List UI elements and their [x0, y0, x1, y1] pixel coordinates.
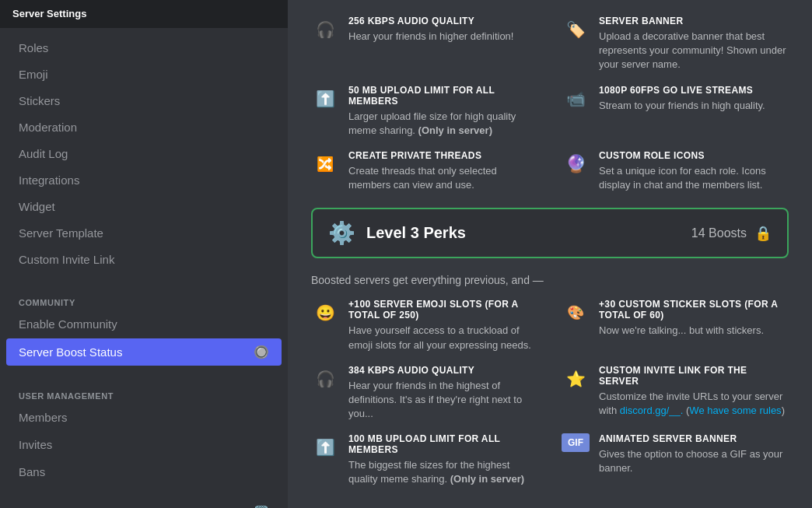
perk-desc: Hear your friends in the highest of defi… — [348, 379, 538, 422]
perk-desc: Upload a decorative banner that best rep… — [599, 30, 789, 72]
perk-desc: Set a unique icon for each role. Icons d… — [599, 164, 789, 192]
level-title: Level 3 Perks — [366, 224, 466, 242]
perk-title: 384 KBPS AUDIO QUALITY — [348, 365, 538, 376]
lock-icon: 🔒 — [754, 225, 772, 242]
user-management-section-label: USER MANAGEMENT — [0, 379, 288, 404]
sidebar-item-label: Server Boost Status — [19, 345, 122, 359]
sidebar: Server Settings Roles Emoji Stickers Mod… — [0, 0, 288, 508]
boost-count: 14 Boosts — [691, 226, 747, 240]
boost-status-icon: 🔘 — [254, 345, 269, 359]
perk-title: +30 CUSTOM STICKER SLOTS (FOR A TOTAL OF… — [599, 299, 789, 321]
perk-emoji-slots: 😀 +100 SERVER EMOJI SLOTS (FOR A TOTAL O… — [311, 299, 538, 352]
sidebar-item-moderation[interactable]: Moderation — [6, 114, 282, 140]
perk-upload-limit: ⬆️ 50 MB UPLOAD LIMIT FOR ALL MEMBERS La… — [311, 85, 538, 138]
emoji-icon: 😀 — [311, 299, 339, 327]
perk-go-live: 📹 1080P 60FPS GO LIVE STREAMS Stream to … — [562, 85, 789, 138]
sidebar-item-label: Enable Community — [19, 317, 117, 331]
perk-title: +100 SERVER EMOJI SLOTS (FOR A TOTAL OF … — [348, 299, 538, 321]
sidebar-item-label: Moderation — [19, 121, 77, 134]
perk-desc: Stream to your friends in high quality. — [599, 99, 765, 113]
sidebar-item-integrations[interactable]: Integrations — [6, 167, 282, 193]
main-content: 🎧 256 KBPS AUDIO QUALITY Hear your frien… — [288, 0, 812, 508]
sidebar-item-invites[interactable]: Invites — [6, 432, 282, 457]
upload-icon: ⬆️ — [311, 85, 339, 113]
sidebar-item-label: Custom Invite Link — [19, 253, 114, 266]
sidebar-item-label: Roles — [19, 41, 48, 54]
top-perks-grid: 🎧 256 KBPS AUDIO QUALITY Hear your frien… — [311, 16, 789, 192]
perk-audio-quality: 🎧 256 KBPS AUDIO QUALITY Hear your frien… — [311, 16, 538, 72]
perk-title: CUSTOM INVITE LINK FOR THE SERVER — [599, 365, 789, 387]
trash-icon: 🗑️ — [254, 505, 269, 508]
perk-private-threads: 🔀 CREATE PRIVATE THREADS Create threads … — [311, 150, 538, 192]
boosted-perks-grid: 😀 +100 SERVER EMOJI SLOTS (FOR A TOTAL O… — [311, 299, 789, 486]
perk-title: CREATE PRIVATE THREADS — [348, 150, 538, 161]
only-in-server-note2: (Only in server) — [450, 473, 524, 485]
headphone2-icon: 🎧 — [311, 365, 339, 393]
only-in-server-note: (Only in server) — [418, 124, 492, 136]
perk-desc: Customize the invite URLs to your server… — [599, 390, 789, 418]
level-icon: ⚙️ — [328, 220, 355, 246]
perk-desc: Gives the option to choose a GIF as your… — [599, 447, 789, 475]
perk-title: CUSTOM ROLE ICONS — [599, 150, 789, 161]
perk-title: 100 MB UPLOAD LIMIT FOR ALL MEMBERS — [348, 433, 538, 455]
upload2-icon: ⬆️ — [311, 433, 339, 461]
star-icon: ⭐ — [562, 365, 590, 393]
sidebar-item-label: Members — [19, 411, 68, 424]
sidebar-item-server-boost-status[interactable]: Server Boost Status 🔘 — [6, 338, 282, 366]
gif-icon: GIF — [562, 433, 590, 452]
boosted-intro: Boosted servers get everything previous,… — [311, 274, 789, 286]
perk-desc: Create threads that only selected member… — [348, 164, 538, 192]
perk-server-banner: 🏷️ SERVER BANNER Upload a decorative ban… — [562, 16, 789, 72]
perk-title: ANIMATED SERVER BANNER — [599, 433, 789, 444]
sidebar-item-label: Widget — [19, 200, 55, 213]
perk-title: SERVER BANNER — [599, 16, 789, 26]
video-icon: 📹 — [562, 85, 590, 113]
sidebar-item-bans[interactable]: Bans — [6, 459, 282, 485]
sidebar-item-widget[interactable]: Widget — [6, 194, 282, 219]
headphone-icon: 🎧 — [311, 16, 339, 44]
perk-animated-banner: GIF ANIMATED SERVER BANNER Gives the opt… — [562, 433, 789, 486]
perk-desc: Now we're talking... but with stickers. — [599, 324, 789, 338]
sidebar-item-delete-server[interactable]: Delete Server 🗑️ — [6, 499, 282, 508]
role-icons-icon: 🔮 — [562, 150, 590, 178]
perk-desc: Have yourself access to a truckload of e… — [348, 324, 538, 352]
sidebar-item-audit-log[interactable]: Audit Log — [6, 141, 282, 166]
sidebar-item-label: Invites — [19, 438, 52, 451]
sidebar-item-label: Integrations — [19, 173, 79, 187]
sidebar-item-server-template[interactable]: Server Template — [6, 220, 282, 246]
discord-link[interactable]: discord.gg/__. — [620, 405, 684, 416]
sidebar-item-emoji[interactable]: Emoji — [6, 61, 282, 87]
sticker-icon: 🎨 — [562, 299, 590, 327]
perk-100mb-upload: ⬆️ 100 MB UPLOAD LIMIT FOR ALL MEMBERS T… — [311, 433, 538, 486]
sidebar-item-label: Emoji — [19, 68, 48, 81]
banner-icon: 🏷️ — [562, 16, 590, 44]
level-3-perks-box: ⚙️ Level 3 Perks 14 Boosts 🔒 — [311, 208, 789, 258]
perk-title: 1080P 60FPS GO LIVE STREAMS — [599, 85, 765, 96]
sidebar-item-stickers[interactable]: Stickers — [6, 88, 282, 114]
perk-desc: Hear your friends in higher definition! — [348, 30, 513, 44]
sidebar-item-label: Stickers — [19, 94, 60, 107]
sidebar-item-enable-community[interactable]: Enable Community — [6, 311, 282, 337]
sidebar-item-label: Audit Log — [19, 147, 68, 160]
perk-sticker-slots: 🎨 +30 CUSTOM STICKER SLOTS (FOR A TOTAL … — [562, 299, 789, 352]
rules-link[interactable]: We have some rules — [689, 405, 781, 416]
sidebar-item-label: Server Template — [19, 226, 103, 240]
perk-title: 50 MB UPLOAD LIMIT FOR ALL MEMBERS — [348, 85, 538, 107]
perk-custom-role-icons: 🔮 CUSTOM ROLE ICONS Set a unique icon fo… — [562, 150, 789, 192]
sidebar-item-label: Bans — [19, 465, 45, 478]
perk-custom-invite: ⭐ CUSTOM INVITE LINK FOR THE SERVER Cust… — [562, 365, 789, 422]
perk-title: 256 KBPS AUDIO QUALITY — [348, 16, 513, 26]
perk-384-audio: 🎧 384 KBPS AUDIO QUALITY Hear your frien… — [311, 365, 538, 422]
threads-icon: 🔀 — [311, 150, 339, 178]
sidebar-item-roles[interactable]: Roles — [6, 35, 282, 61]
sidebar-item-members[interactable]: Members — [6, 405, 282, 430]
sidebar-item-custom-invite-link[interactable]: Custom Invite Link — [6, 247, 282, 272]
sidebar-header: Server Settings — [0, 0, 288, 28]
perk-desc: Larger upload file size for high quality… — [348, 110, 538, 138]
community-section-label: COMMUNITY — [0, 286, 288, 310]
perk-desc: The biggest file sizes for the highest q… — [348, 458, 538, 486]
